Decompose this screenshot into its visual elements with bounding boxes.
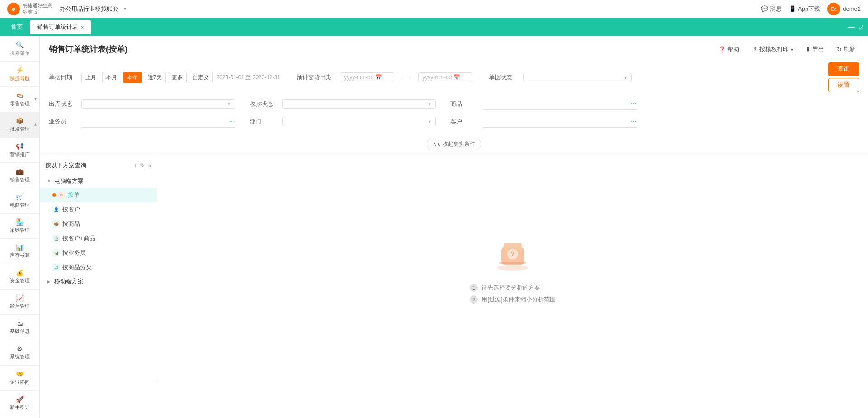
sidebar-item-enterprise[interactable]: 🤝 企业协同 [0,366,39,391]
collapse-button[interactable]: ∧∧ 收起更多条件 [427,138,481,150]
date-btn-last-month[interactable]: 上月 [81,72,100,83]
sidebar-item-sales[interactable]: 💼 销售管理 [0,163,39,188]
tab-close-icon[interactable]: × [81,24,84,30]
top-bar-left: 畅 畅捷通好生意 标准版 办公用品行业模拟账套 ▾ [7,3,126,15]
refresh-button[interactable]: ↻ 刷新 [833,43,859,55]
panel-tree: ▾ 电脑端方案 ⊙ 按单 👤 按客户 [40,172,157,290]
status-select[interactable]: ▾ [523,73,632,82]
customer-input[interactable]: ··· [483,115,637,128]
sidebar-item-newguide[interactable]: 🚀 新手引导 [0,391,39,416]
sidebar-item-search[interactable]: 🔍 搜索菜单 [0,36,39,62]
settings-button[interactable]: 设置 [828,78,859,92]
basic-icon: 🗂 [17,319,23,328]
tab-maximize-icon[interactable]: ⤢ [859,23,864,32]
empty-tip-2: 2 用[过滤]条件来缩小分析范围 [470,295,555,304]
salesperson-more-icon[interactable]: ··· [229,117,235,125]
purchase-icon: 🏪 [16,218,24,227]
sidebar-item-retail[interactable]: 🛍 零售管理 ▾ [0,87,39,112]
date-range-separator: — [403,74,409,81]
active-dot-icon [52,193,56,197]
wholesale-icon: 📦 [16,117,24,126]
filter-row-1: 单据日期 上月 本月 本年 近7天 更多 自定义 2023-01-01 至 20… [49,62,859,92]
customer-more-icon[interactable]: ··· [631,117,637,125]
tree-item-by-customer-icon: 👤 [52,206,60,213]
tree-item-by-goods[interactable]: 📦 按商品 [40,217,157,231]
tree-item-by-customer[interactable]: 👤 按客户 [40,202,157,217]
help-button[interactable]: ❓ 帮助 [715,43,743,55]
department-select[interactable]: ▾ [282,117,436,126]
sidebar-item-marketing[interactable]: 📢 营销推广 [0,138,39,163]
sidebar-item-ecommerce[interactable]: 🛒 电商管理 [0,188,39,214]
date-btn-custom[interactable]: 自定义 [189,72,213,83]
tree-item-by-customer-goods[interactable]: 📋 按客户+商品 [40,231,157,246]
tree-item-by-category-icon: 🗂 [52,264,60,271]
message-icon: 💬 [761,5,768,12]
app-download-button[interactable]: 📱 App下载 [789,5,820,13]
refresh-icon: ↻ [837,46,842,53]
date-btn-more[interactable]: 更多 [168,72,187,83]
empty-tip-1: 1 请先选择要分析的方案 [470,284,555,292]
goods-more-icon[interactable]: ··· [631,100,637,108]
quicknav-icon: ⚡ [16,66,24,75]
tree-item-by-goods-icon: 📦 [52,220,60,228]
main-content-with-panel: 按以下方案查询 + ✎ « ▾ 电脑端方案 [40,155,868,381]
search-icon: 🔍 [16,41,24,50]
tree-expand-pc-icon: ▾ [45,177,52,185]
filter-row-3: 业务员 ··· 部门 ▾ 客户 ··· [49,115,859,128]
export-button[interactable]: ⬇ 导出 [802,43,828,55]
empty-tips: 1 请先选择要分析的方案 2 用[过滤]条件来缩小分析范围 [470,284,555,307]
sidebar-item-finance[interactable]: 💰 资金管理 [0,264,39,290]
sidebar-item-operations[interactable]: 📈 经营管理 [0,290,39,315]
calendar-end-icon: 📅 [453,74,460,81]
system-icon: ⚙ [17,345,23,354]
enterprise-icon: 🤝 [16,370,24,379]
sidebar-item-purchase[interactable]: 🏪 采购管理 [0,214,39,239]
query-button[interactable]: 查询 [828,62,859,76]
panel-collapse-button[interactable]: « [148,162,151,169]
department-label: 部门 [250,118,275,126]
sidebar-item-appcenter[interactable]: 📲 应用中心 [0,416,39,418]
tree-item-by-order-icon: ⊙ [58,191,65,199]
salesperson-input[interactable]: ··· [81,115,235,128]
date-btn-7days[interactable]: 近7天 [144,72,166,83]
tab-home[interactable]: 首页 [4,20,30,34]
breadcrumb: 办公用品行业模拟账套 [60,5,118,13]
date-btn-this-year[interactable]: 本年 [123,72,142,83]
breadcrumb-dropdown-icon[interactable]: ▾ [124,6,126,11]
payment-status-select[interactable]: ▾ [282,99,436,109]
customer-label: 客户 [450,118,476,126]
panel-edit-button[interactable]: ✎ [140,162,145,169]
expected-date-end-input[interactable]: yyyy-mm-dd 📅 [418,72,472,82]
ship-status-select[interactable]: ▾ [81,99,235,109]
sidebar-item-system[interactable]: ⚙ 系统管理 [0,340,39,366]
goods-label: 商品 [450,100,476,108]
sidebar-item-inventory[interactable]: 📊 库存核算 [0,239,39,264]
tree-group-mobile[interactable]: ▶ 移动端方案 [40,275,157,288]
message-button[interactable]: 💬 消息 [761,5,782,13]
ship-status-label: 出库状态 [49,100,74,108]
user-profile[interactable]: Ea demo2 [827,3,861,15]
tree-item-by-category[interactable]: 🗂 按商品分类 [40,260,157,275]
tree-item-by-order[interactable]: ⊙ 按单 [40,188,157,202]
panel-header-actions: + ✎ « [133,162,151,169]
tree-group-pc[interactable]: ▾ 电脑端方案 [40,174,157,188]
print-icon: 🖨 [752,46,758,53]
panel-add-button[interactable]: + [133,162,137,169]
tree-item-by-salesperson[interactable]: 📊 按业务员 [40,246,157,260]
page-header-actions: ❓ 帮助 🖨 按模板打印 ⬇ 导出 ↻ 刷新 [715,43,859,55]
tab-minimize-icon[interactable]: — [848,23,855,31]
finance-icon: 💰 [16,269,24,278]
sidebar-item-basic[interactable]: 🗂 基础信息 [0,315,39,340]
date-btn-this-month[interactable]: 本月 [102,72,121,83]
ship-status-arrow-icon: ▾ [228,101,230,106]
sidebar: 🔍 搜索菜单 ⚡ 快捷导航 🛍 零售管理 ▾ 📦 批发管理 ▴ 📢 营销推广 💼… [0,36,40,418]
tip-num-1: 1 [470,284,478,292]
sidebar-item-quicknav[interactable]: ⚡ 快捷导航 [0,62,39,87]
panel-header: 按以下方案查询 + ✎ « [40,159,157,172]
template-print-button[interactable]: 🖨 按模板打印 [748,43,797,55]
tab-sales-order-stats[interactable]: 销售订单统计表 × [30,20,91,34]
sidebar-item-wholesale[interactable]: 📦 批发管理 ▴ [0,112,39,138]
expected-date-start-input[interactable]: yyyy-mm-dd 📅 [340,72,394,82]
calendar-start-icon: 📅 [375,74,382,81]
goods-input[interactable]: ··· [483,98,637,110]
